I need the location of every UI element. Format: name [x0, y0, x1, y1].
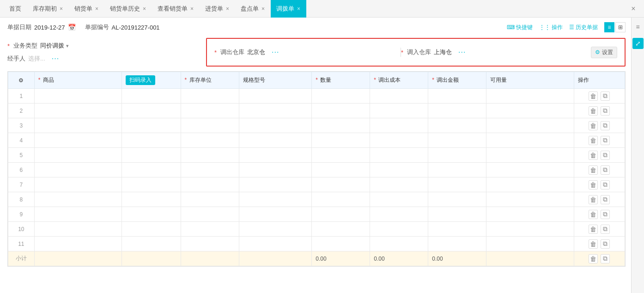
unit-cell[interactable] — [181, 192, 239, 207]
delete-row-button[interactable]: 🗑 — [589, 136, 598, 145]
tab-close-sales-history[interactable]: × — [143, 6, 146, 12]
window-close-button[interactable]: × — [626, 0, 640, 18]
spec-cell[interactable] — [239, 133, 312, 148]
spec-cell[interactable] — [239, 89, 312, 104]
tab-close-sales[interactable]: × — [95, 6, 98, 12]
amount-cell[interactable] — [428, 89, 486, 104]
spec-cell[interactable] — [239, 163, 312, 177]
amount-cell[interactable] — [428, 118, 486, 133]
qty-cell[interactable] — [312, 192, 370, 207]
cost-cell[interactable] — [370, 163, 428, 177]
tab-sales-order[interactable]: 销货单 × — [69, 0, 104, 18]
product-cell[interactable] — [34, 163, 122, 177]
out-warehouse-more[interactable]: ··· — [272, 48, 279, 56]
spec-cell[interactable] — [239, 222, 312, 237]
spec-cell[interactable] — [239, 148, 312, 163]
cost-cell[interactable] — [370, 237, 428, 251]
delete-row-button[interactable]: 🗑 — [589, 92, 598, 101]
unit-cell[interactable] — [181, 207, 239, 222]
unit-cell[interactable] — [181, 104, 239, 118]
scan-button[interactable]: 扫码录入 — [126, 75, 155, 85]
tab-stocktake[interactable]: 盘点单 × — [235, 0, 271, 18]
product-cell[interactable] — [34, 207, 122, 222]
delete-row-button[interactable]: 🗑 — [589, 180, 598, 189]
cost-cell[interactable] — [370, 104, 428, 118]
product-cell[interactable] — [34, 104, 122, 118]
tab-purchase[interactable]: 进货单 × — [200, 0, 235, 18]
delete-row-button[interactable]: 🗑 — [589, 239, 598, 249]
history-button[interactable]: ☰ 历史单据 — [569, 24, 598, 31]
sidebar-expand-icon[interactable]: ⤢ — [632, 38, 644, 49]
biz-type-dropdown[interactable]: 同价调拨 ▾ — [40, 42, 69, 50]
unit-cell[interactable] — [181, 118, 239, 133]
cost-cell[interactable] — [370, 118, 428, 133]
tab-close-inventory-init[interactable]: × — [60, 6, 63, 12]
unit-cell[interactable] — [181, 237, 239, 251]
delete-row-button[interactable]: 🗑 — [589, 210, 598, 219]
spec-cell[interactable] — [239, 104, 312, 118]
product-cell[interactable] — [34, 89, 122, 104]
delete-row-button[interactable]: 🗑 — [589, 195, 598, 204]
amount-cell[interactable] — [428, 237, 486, 251]
unit-cell[interactable] — [181, 89, 239, 104]
copy-row-button[interactable]: ⧉ — [601, 180, 610, 189]
qty-cell[interactable] — [312, 177, 370, 192]
copy-row-button[interactable]: ⧉ — [601, 225, 610, 234]
cost-cell[interactable] — [370, 192, 428, 207]
sidebar-list-icon[interactable]: ≡ — [632, 21, 644, 32]
product-cell[interactable] — [34, 192, 122, 207]
copy-row-button[interactable]: ⧉ — [601, 165, 610, 175]
spec-cell[interactable] — [239, 207, 312, 222]
copy-row-button[interactable]: ⧉ — [601, 106, 610, 116]
delete-row-button[interactable]: 🗑 — [589, 106, 598, 116]
tab-close-purchase[interactable]: × — [226, 6, 229, 12]
tab-close-transfer[interactable]: × — [297, 6, 300, 12]
cost-cell[interactable] — [370, 89, 428, 104]
amount-cell[interactable] — [428, 207, 486, 222]
qty-cell[interactable] — [312, 207, 370, 222]
operate-button[interactable]: ⋮⋮ 操作 — [539, 24, 563, 31]
unit-cell[interactable] — [181, 163, 239, 177]
spec-cell[interactable] — [239, 118, 312, 133]
view-grid-button[interactable]: ⊞ — [615, 22, 626, 32]
spec-cell[interactable] — [239, 237, 312, 251]
tab-sales-history[interactable]: 销货单历史 × — [104, 0, 152, 18]
qty-cell[interactable] — [312, 163, 370, 177]
view-list-button[interactable]: ≡ — [604, 22, 614, 32]
delete-row-button[interactable]: 🗑 — [589, 225, 598, 234]
shortcut-button[interactable]: ⌨ 快捷键 — [507, 24, 533, 31]
copy-row-button[interactable]: ⧉ — [601, 92, 610, 101]
unit-cell[interactable] — [181, 148, 239, 163]
copy-row-button[interactable]: ⧉ — [601, 136, 610, 145]
delete-row-button[interactable]: 🗑 — [589, 151, 598, 160]
qty-cell[interactable] — [312, 222, 370, 237]
qty-cell[interactable] — [312, 89, 370, 104]
unit-cell[interactable] — [181, 177, 239, 192]
product-cell[interactable] — [34, 177, 122, 192]
unit-cell[interactable] — [181, 222, 239, 237]
in-warehouse-more[interactable]: ··· — [458, 48, 466, 56]
copy-row-button[interactable]: ⧉ — [601, 210, 610, 219]
amount-cell[interactable] — [428, 177, 486, 192]
subtotal-copy-button[interactable]: ⧉ — [601, 254, 610, 263]
cost-cell[interactable] — [370, 133, 428, 148]
spec-cell[interactable] — [239, 192, 312, 207]
tab-close-stocktake[interactable]: × — [261, 6, 265, 12]
cost-cell[interactable] — [370, 207, 428, 222]
person-more-button[interactable]: ··· — [52, 55, 59, 63]
qty-cell[interactable] — [312, 118, 370, 133]
amount-cell[interactable] — [428, 163, 486, 177]
amount-cell[interactable] — [428, 133, 486, 148]
delete-row-button[interactable]: 🗑 — [589, 165, 598, 175]
unit-cell[interactable] — [181, 133, 239, 148]
cost-cell[interactable] — [370, 177, 428, 192]
qty-cell[interactable] — [312, 104, 370, 118]
delete-row-button[interactable]: 🗑 — [589, 121, 598, 130]
copy-row-button[interactable]: ⧉ — [601, 239, 610, 249]
qty-cell[interactable] — [312, 148, 370, 163]
product-cell[interactable] — [34, 222, 122, 237]
amount-cell[interactable] — [428, 192, 486, 207]
copy-row-button[interactable]: ⧉ — [601, 121, 610, 130]
qty-cell[interactable] — [312, 133, 370, 148]
qty-cell[interactable] — [312, 237, 370, 251]
